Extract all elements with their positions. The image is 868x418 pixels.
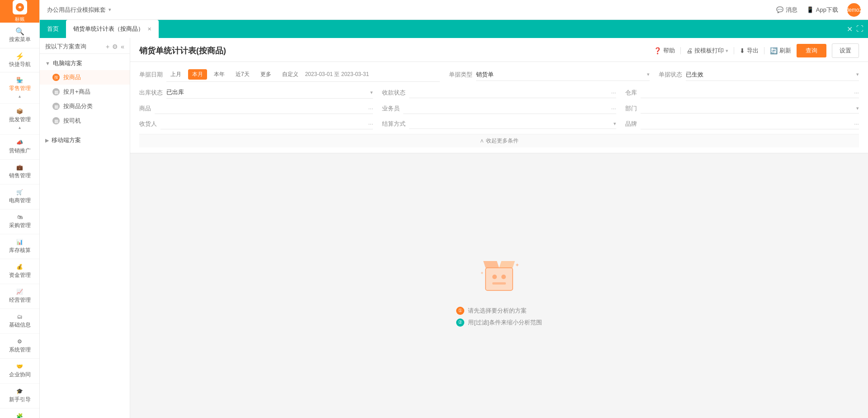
header-right: 💬 消息 📱 App下载 demo2 [776,3,861,17]
sidebar-item-apps[interactable]: 🧩 应用中心 [0,408,39,418]
order-type-arrow: ▾ [647,71,650,77]
brand-dots: ··· [854,120,859,127]
export-btn[interactable]: ⬇ 导出 [740,47,759,55]
settings-button[interactable]: 设置 [832,43,859,58]
sidebar-item-base[interactable]: 🗂 基础信息 [0,309,39,334]
tab-home[interactable]: 首页 [40,20,66,38]
query-button[interactable]: 查询 [797,44,826,57]
salesperson-value[interactable]: ··· [403,103,616,114]
help-btn[interactable]: ❓ 帮助 [654,47,675,55]
tree-item-by-printer[interactable]: ▦ 按司机 [40,114,130,128]
date-btn-thismonth[interactable]: 本月 [188,69,207,80]
sidebar-item-system[interactable]: ⚙ 系统管理 [0,334,39,359]
filter-receiver: 收货人 ··· [139,119,373,129]
tree-item-by-product[interactable]: 按 按商品 [40,70,130,85]
out-status-value[interactable]: 已出库 ▾ [166,86,373,99]
sidebar-item-retail[interactable]: 🏪 零售管理 ▴ [0,72,39,104]
sidebar-item-inventory[interactable]: 📊 库存核算 [0,234,39,259]
desktop-expand-arrow: ▼ [45,61,50,66]
message-action[interactable]: 💬 消息 [776,6,797,14]
receipt-status-value[interactable]: ··· [409,87,616,98]
refresh-btn[interactable]: 🔄 刷新 [770,47,791,55]
filter-out-status: 出库状态 已出库 ▾ [139,86,373,99]
workspace-selector[interactable]: 办公用品行业模拟账套 ▾ [47,6,111,14]
date-btn-7days[interactable]: 近7天 [231,69,254,80]
sidebar-item-purchase[interactable]: 🛍 采购管理 [0,209,39,234]
add-scheme-btn[interactable]: + [106,43,109,50]
purchase-icon: 🛍 [17,214,23,220]
warehouse-value[interactable]: ··· [641,87,859,98]
tab-sales-stat[interactable]: 销货单统计计表（按商品） ✕ [66,20,159,38]
tree-item-by-product-cat[interactable]: ▦ 按商品分类 [40,99,130,114]
brand-value[interactable]: ··· [641,119,859,129]
date-btn-thisyear[interactable]: 本年 [210,69,229,80]
tree-mobile-parent[interactable]: ▶ 移动端方案 [40,133,130,147]
export-icon: ⬇ [740,47,745,54]
logo-icon [13,0,27,14]
payment-method-arrow: ▾ [613,121,616,127]
svg-point-5 [492,275,497,279]
receipt-status-label: 收款状态 [382,89,406,97]
date-btn-lastmonth[interactable]: 上月 [166,69,185,80]
sidebar-item-wholesale[interactable]: 📦 批发管理 ▴ [0,104,39,135]
enterprise-icon: 🤝 [16,363,23,370]
order-status-label: 单据状态 [659,71,682,79]
filter-area: 单据日期 上月 本月 本年 近7天 更多 自定义 2023-03-01 至 20… [130,62,868,153]
wholesale-icon: 📦 [16,108,23,114]
sidebar-search[interactable]: 🔍 搜索菜单 [0,23,39,48]
by-product-cat-icon: ▦ [52,103,60,110]
sidebar-item-sales[interactable]: 💼 销售管理 [0,160,39,185]
template-print-label: 按模板打印 [694,47,724,55]
main-area: 办公用品行业模拟账套 ▾ 💬 消息 📱 App下载 demo2 首页 销货单统计… [40,0,868,418]
base-icon: 🗂 [17,314,23,320]
svg-point-6 [501,275,506,279]
date-btn-custom[interactable]: 自定义 [278,69,302,80]
sidebar-item-ecommerce[interactable]: 🛒 电商管理 [0,185,39,209]
tab-close-icon[interactable]: ✕ [147,26,151,32]
tree-item-by-month-product[interactable]: ▦ 按月+商品 [40,85,130,99]
order-date-value[interactable]: 上月 本月 本年 近7天 更多 自定义 2023-03-01 至 2023-03… [166,67,440,82]
settings-scheme-btn[interactable]: ⚙ [112,43,118,50]
empty-tips: ① 请先选择要分析的方案 ② 用[过滤]条件来缩小分析范围 [456,307,542,327]
sidebar-operation-label: 经营管理 [9,296,31,304]
page-header-actions: ❓ 帮助 🖨 按模板打印 ▾ ⬇ 导出 [654,43,859,58]
salesperson-dots: ··· [611,105,616,112]
user-avatar[interactable]: demo2 [847,3,861,17]
print-arrow-icon: ▾ [726,48,728,54]
svg-marker-3 [499,261,515,268]
sidebar-wholesale-label: 批发管理 [9,116,31,124]
maximize-window-btn[interactable]: ⛶ [856,25,863,33]
by-product-icon: 按 [52,74,60,81]
tip2-text: 用[过滤]条件来缩小分析范围 [468,318,542,327]
svg-text:✦: ✦ [480,271,484,276]
tree-desktop-parent[interactable]: ▼ 电脑端方案 [40,57,130,70]
sidebar-retail-label: 零售管理 [9,85,31,92]
sidebar-guide-label: 新手引导 [9,396,31,404]
receiver-value[interactable]: ··· [160,119,373,129]
sidebar-item-finance[interactable]: 💰 资金管理 [0,259,39,284]
out-status-label: 出库状态 [139,89,163,97]
order-status-value[interactable]: 已生效 ▾ [686,69,859,81]
department-value[interactable]: ▾ [641,104,859,114]
collapse-panel-btn[interactable]: « [121,43,124,50]
sidebar-item-marketing[interactable]: 📣 营销推广 [0,135,39,160]
out-status-arrow: ▾ [370,90,373,95]
template-print-btn[interactable]: 🖨 按模板打印 ▾ [686,47,728,55]
payment-method-value[interactable]: ▾ [409,119,616,129]
app-download-action[interactable]: 📱 App下载 [807,6,838,14]
collapse-more-btn[interactable]: ∧ 收起更多条件 [139,134,859,147]
close-window-btn[interactable]: ✕ [847,25,853,33]
app-logo[interactable]: 标账 [0,0,40,23]
sidebar-marketing-label: 营销推广 [9,147,31,155]
salesperson-label: 业务员 [382,104,400,113]
tab-bar: 首页 销货单统计计表（按商品） ✕ ✕ ⛶ [40,20,868,38]
order-type-value[interactable]: 销货单 ▾ [476,69,649,81]
product-value[interactable]: ··· [155,103,373,114]
sidebar-item-enterprise[interactable]: 🤝 企业协同 [0,359,39,384]
sidebar-quicknav[interactable]: ⚡ 快捷导航 [0,48,39,72]
by-month-product-label: 按月+商品 [63,88,90,96]
sidebar-item-operation[interactable]: 📈 经营管理 [0,284,39,309]
empty-state: ✦ ✦ ① 请先选择要分析的方案 ② 用[过滤]条件来缩小分析范围 [130,153,868,418]
sidebar-item-guide[interactable]: 🎓 新手引导 [0,384,39,408]
date-btn-more[interactable]: 更多 [256,69,275,80]
